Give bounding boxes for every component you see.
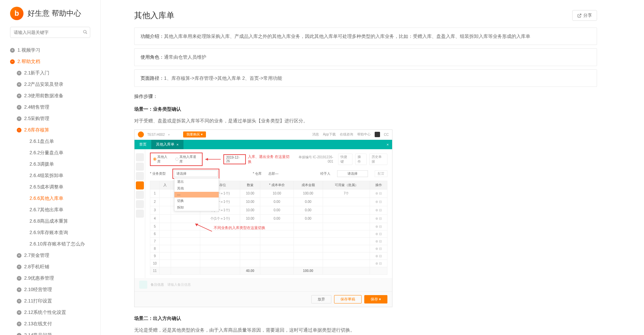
sidebar-item[interactable]: 2.6.8商品成本重算 [10,216,90,227]
sidebar-item-label: 2.10经营管理 [24,287,52,293]
sidebar-item-label: 2.8手机旺铺 [24,264,49,270]
ss-top-link[interactable]: 在线咨询 [340,132,353,137]
sidebar-item[interactable]: +2.12系统个性化设置 [10,307,90,318]
ss-save-button[interactable]: 保存 ▾ [364,295,387,303]
scene1-title: 场景一：业务类型确认 [134,106,597,112]
ss-left-nav [135,149,145,278]
sidebar-item[interactable]: +2.13在线支付 [10,318,90,330]
ss-col-header: 操作 [370,181,387,189]
ss-remark-placeholder: 请输入备注信息 [167,282,191,287]
ss-warehouse-label: * 仓库 [253,171,262,176]
sidebar-item[interactable]: +2.14常见问题 [10,330,90,335]
ss-nav-icon[interactable] [136,191,144,199]
sidebar-item-label: 2.6库存核算 [24,127,49,133]
expand-icon: + [17,116,21,121]
sidebar-item[interactable]: 2.6.3调拨单 [10,159,90,170]
sidebar-item[interactable]: +2.8手机旺铺 [10,261,90,273]
sidebar-item-label: 2.4销售管理 [24,104,49,110]
ss-biztype-select[interactable]: 请选择 退出其他—切换拆卸 [172,169,219,179]
sidebar-item[interactable]: +2.1新手入门 [10,67,90,79]
ss-warehouse-value: 总部— [268,171,278,176]
logo-icon: b [10,7,23,20]
ss-dropdown-item[interactable]: 切换 [174,198,219,204]
ss-date-input[interactable]: 2019-12-26 [223,154,246,164]
sidebar-item-label: 2.9优惠券管理 [24,275,54,281]
ss-radio-return[interactable]: 其他入库退库 [175,155,200,164]
ss-dropdown-item[interactable]: — [174,192,219,198]
ss-config-button[interactable]: 配置 [375,170,387,177]
sidebar-item-label: 2.7资金管理 [24,253,49,259]
search-input[interactable] [10,27,90,38]
path-text: 1、库存核算->库存管理->其他入库单 2、首页->常用功能 [164,75,282,81]
ss-top-link[interactable]: 帮助中心 [357,132,371,137]
ss-toolbar-button[interactable]: 快捷键 [338,154,353,165]
sidebar-item[interactable]: 2.6.1盘点单 [10,136,90,147]
scene2-p1: 无论是受赠，还是其他类型的业务，由于入库商品质量等原因，需要退回，这时可通过单据… [134,326,597,335]
sidebar-item-label: 2.1新手入门 [24,70,49,76]
sidebar-item[interactable]: −2.6库存核算 [10,124,90,136]
ss-nav-icon[interactable] [136,172,144,180]
sidebar-item-label: 2.帮助文档 [17,59,40,65]
search-box [10,27,90,38]
ss-remark-area: 备注信息 请输入备注信息 [135,278,392,291]
share-button[interactable]: 分享 [572,10,597,21]
ss-toolbar-button[interactable]: 历史单据 [369,154,387,165]
expand-icon: + [17,310,21,315]
logo-text: 好生意 帮助中心 [28,8,81,18]
sidebar-item[interactable]: +2.5采购管理 [10,113,90,124]
ss-nav-icon[interactable] [136,200,144,208]
ss-cancel-button[interactable]: 放弃 [311,295,331,303]
ss-toolbar-button[interactable]: 操作 [355,154,367,165]
ss-tab-current[interactable]: 其他入库单 × [151,140,183,149]
sidebar-item[interactable]: 2.6.5成本调整单 [10,181,90,193]
main-content: 其他入库单 分享 功能介绍：其他入库单用来处理除采购入库、产成品入库之外的其他入… [101,0,644,335]
ss-annotation-2: 不同业务的入库类型在这里切换 [214,225,265,230]
sidebar-item[interactable]: 2.6.2分量盘点单 [10,147,90,159]
sidebar-item[interactable]: 2.6.4组装拆卸单 [10,170,90,181]
ss-radio-group: 其他入库 其他入库退库 [150,153,203,166]
ss-tab-bar: 首页 其他入库单 × × [135,140,392,149]
ss-col-header: 可用量（批属） [323,181,370,189]
sidebar-item[interactable]: +2.9优惠券管理 [10,273,90,284]
ss-dropdown-item[interactable]: 其他 [174,185,219,192]
ss-draft-button[interactable]: 保存草稿 [334,295,362,303]
sidebar-item[interactable]: +2.10经营管理 [10,284,90,295]
search-icon[interactable] [83,30,88,35]
ss-biztype-label: * 业务类型 [150,171,166,176]
sidebar-item-label: 2.6.2分量盘点单 [30,150,63,156]
sidebar-item-label: 2.6.9库存账本查询 [30,230,68,236]
ss-nav-icon[interactable] [136,210,144,218]
avatar[interactable] [375,132,380,137]
table-row: 4 个(1个＝1个)10.000.000.00⊕ ⊟ [150,214,387,223]
ss-top-link[interactable]: App下载 [323,132,336,137]
sidebar-item[interactable]: +2.4销售管理 [10,102,90,113]
ss-nav-icon[interactable] [136,181,144,189]
ss-nav-icon[interactable] [136,153,144,161]
sidebar-item[interactable]: −2.帮助文档 [10,56,90,67]
sidebar-item[interactable]: +2.7资金管理 [10,250,90,261]
sidebar-item[interactable]: +2.2产品安装及登录 [10,79,90,90]
sidebar-item[interactable]: 2.6.9库存账本查询 [10,227,90,238]
ss-dropdown-item[interactable]: 拆卸 [174,204,219,211]
sidebar-item[interactable]: 2.6.7其他出库单 [10,204,90,216]
ss-top-link[interactable]: 消息 [312,132,319,137]
ss-tab-home[interactable]: 首页 [135,140,151,149]
sidebar-item[interactable]: +1.视频学习 [10,45,90,56]
ss-trial-badge: 我要购买 ▾ [183,131,206,137]
role-text: 通常由仓管人员维护 [164,54,206,60]
nav-list: +1.视频学习−2.帮助文档+2.1新手入门+2.2产品安装及登录+2.3使用前… [10,45,90,335]
sidebar-item[interactable]: 2.6.6其他入库单 [10,193,90,204]
ss-top-link[interactable]: CC [384,133,389,136]
sidebar-item-label: 1.视频学习 [17,47,40,53]
ss-radio-in[interactable]: 其他入库 [153,155,171,164]
ss-clerk-select[interactable]: 请选择 [337,170,368,177]
sidebar-item[interactable]: +2.3使用前数据准备 [10,90,90,102]
sidebar-item[interactable]: 2.6.10库存账本错了怎么办 [10,238,90,250]
sidebar-item[interactable]: +2.11打印设置 [10,295,90,307]
ss-tab-close-icon[interactable]: × [383,143,392,147]
ss-clerk-label: 经手人 [320,171,330,176]
ss-remark-label: 备注信息 [151,282,164,287]
ss-nav-icon[interactable] [136,163,144,171]
ss-dropdown-item[interactable]: 退出 [174,178,219,185]
path-box: 页面路径：1、库存核算->库存管理->其他入库单 2、首页->常用功能 [134,69,597,87]
